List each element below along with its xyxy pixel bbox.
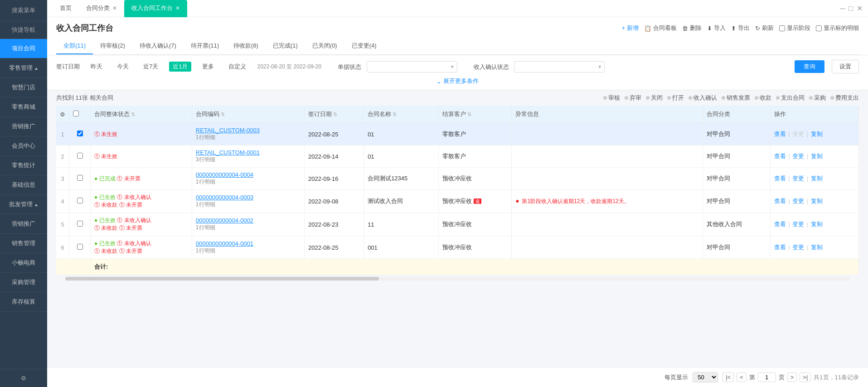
view-btn[interactable]: 查看 <box>774 175 786 182</box>
sidebar-item-wholesale-mgmt[interactable]: 批发管理 <box>0 195 47 214</box>
scroll-thumb[interactable] <box>65 277 379 281</box>
sidebar-item-retail-mall[interactable]: 零售商城 <box>0 97 47 117</box>
row-checkbox[interactable] <box>77 153 83 159</box>
contract-link[interactable]: 0000000000004-0004 <box>196 171 253 178</box>
sidebar-item-purchase-mgmt[interactable]: 采购管理 <box>0 273 47 292</box>
th-sign-date[interactable]: 签订日期 <box>305 106 364 123</box>
filter-tab-closed[interactable]: 已关闭(0) <box>305 38 344 54</box>
copy-btn[interactable]: 复制 <box>811 244 823 251</box>
sidebar-quick-nav[interactable]: 快捷导航 <box>0 21 47 39</box>
last-page-btn[interactable]: >| <box>800 372 811 382</box>
contract-board-button[interactable]: 📋 合同看板 <box>644 24 677 32</box>
edit-btn[interactable]: 变更 <box>792 244 804 251</box>
sidebar-settings[interactable]: ⚙ <box>0 369 47 387</box>
edit-btn[interactable]: 变更 <box>792 153 804 160</box>
sidebar-item-member-center[interactable]: 会员中心 <box>0 136 47 156</box>
edit-btn[interactable]: 变更 <box>792 198 804 204</box>
income-confirm-select[interactable] <box>514 61 605 73</box>
filter-tab-changed[interactable]: 已变更(4) <box>344 38 384 54</box>
date-btn-7days[interactable]: 近7天 <box>140 62 162 72</box>
contract-link[interactable]: 0000000000004-0002 <box>196 217 253 224</box>
collect-payment-btn[interactable]: 收款 <box>755 94 771 102</box>
th-contract-code[interactable]: 合同编码 <box>192 106 304 123</box>
sidebar-item-marketing2[interactable]: 营销推广 <box>0 214 47 234</box>
review-btn[interactable]: 审核 <box>603 94 620 102</box>
filter-tab-pending-income[interactable]: 待收入确认(7) <box>132 38 184 54</box>
tab-contract-category-close[interactable]: ✕ <box>112 5 117 11</box>
export-button[interactable]: ⬆ 导出 <box>731 24 750 32</box>
date-btn-yesterday[interactable]: 昨天 <box>87 62 106 72</box>
date-btn-more[interactable]: 更多 <box>199 62 218 72</box>
copy-btn[interactable]: 复制 <box>811 153 823 160</box>
edit-btn[interactable]: 变更 <box>792 221 804 227</box>
view-btn[interactable]: 查看 <box>774 131 786 137</box>
tab-home[interactable]: 首页 <box>53 0 79 17</box>
th-contract-name[interactable]: 合同名称 <box>364 106 439 123</box>
sidebar-item-project-contract[interactable]: 项目合同 <box>0 39 47 58</box>
close-btn[interactable]: ✕ <box>857 4 863 13</box>
sidebar-item-retail-stats[interactable]: 零售统计 <box>0 156 47 175</box>
contract-link[interactable]: 0000000000004-0001 <box>196 240 253 247</box>
row-checkbox[interactable] <box>77 131 83 136</box>
delete-button[interactable]: 🗑 删除 <box>682 24 702 32</box>
tab-income-contract-close[interactable]: ✕ <box>175 5 180 11</box>
query-button[interactable]: 查询 <box>795 60 824 73</box>
expand-conditions-btn[interactable]: ⌄ 展开更多条件 <box>436 77 479 85</box>
prev-page-btn[interactable]: < <box>737 372 747 382</box>
page-size-select[interactable]: 50 100 200 <box>693 372 718 382</box>
row-checkbox[interactable] <box>77 221 83 227</box>
setting-button[interactable]: 设置 <box>832 60 859 73</box>
show-detail-checkbox[interactable]: 显示标的明细 <box>816 24 859 32</box>
date-btn-custom[interactable]: 自定义 <box>225 62 250 72</box>
close-contract-btn[interactable]: 关闭 <box>646 94 663 102</box>
abandon-review-btn[interactable]: 弃审 <box>625 94 641 102</box>
expense-contract-btn[interactable]: 支出合同 <box>776 94 805 102</box>
filter-tab-pending-payment[interactable]: 待收款(8) <box>226 38 266 54</box>
date-btn-today[interactable]: 今天 <box>113 62 132 72</box>
minimize-btn[interactable]: ─ <box>840 5 845 13</box>
copy-btn[interactable]: 复制 <box>811 221 823 227</box>
filter-tab-pending-invoice[interactable]: 待开票(11) <box>184 38 226 54</box>
maximize-btn[interactable]: □ <box>849 5 853 13</box>
view-btn[interactable]: 查看 <box>774 244 786 251</box>
sidebar-item-retail-mgmt[interactable]: 零售管理 <box>0 58 47 78</box>
view-btn[interactable]: 查看 <box>774 198 786 204</box>
horizontal-scrollbar[interactable] <box>65 277 850 281</box>
refresh-button[interactable]: ↻ 刷新 <box>755 24 774 32</box>
purchase-btn[interactable]: 采购 <box>809 94 826 102</box>
select-all-checkbox[interactable] <box>73 111 79 116</box>
contract-link[interactable]: 0000000000004-0003 <box>196 194 253 201</box>
copy-btn[interactable]: 复制 <box>811 175 823 182</box>
page-input[interactable] <box>758 372 776 382</box>
th-customer[interactable]: 结算客户 <box>439 106 512 123</box>
sales-invoice-btn[interactable]: 销售发票 <box>722 94 750 102</box>
expense-btn[interactable]: 费用支出 <box>830 94 859 102</box>
edit-btn[interactable]: 变更 <box>792 175 804 182</box>
contract-link[interactable]: RETAIL_CUSTOM-0003 <box>196 127 260 134</box>
copy-btn[interactable]: 复制 <box>811 131 823 137</box>
tab-contract-category[interactable]: 合同分类 ✕ <box>79 0 124 17</box>
open-contract-btn[interactable]: 打开 <box>667 94 684 102</box>
contract-link[interactable]: RETAIL_CUSTOM-0001 <box>196 149 260 156</box>
row-checkbox[interactable] <box>77 244 83 250</box>
show-segment-checkbox[interactable]: 显示阶段 <box>779 24 810 32</box>
filter-tab-all[interactable]: 全部(11) <box>56 38 93 54</box>
view-btn[interactable]: 查看 <box>774 153 786 160</box>
th-overall-status[interactable]: 合同整体状态 <box>91 106 192 123</box>
income-confirm-btn[interactable]: 收入确认 <box>689 94 717 102</box>
filter-tab-completed[interactable]: 已完成(1) <box>266 38 305 54</box>
sidebar-search[interactable]: 搜索菜单 <box>0 0 47 21</box>
sidebar-item-smart-store[interactable]: 智慧门店 <box>0 78 47 97</box>
first-page-btn[interactable]: |< <box>723 372 734 382</box>
doc-status-select[interactable] <box>367 61 457 73</box>
add-button[interactable]: + 新增 <box>622 24 639 32</box>
sidebar-item-basic-info[interactable]: 基础信息 <box>0 175 47 195</box>
view-btn[interactable]: 查看 <box>774 221 786 227</box>
date-btn-1month[interactable]: 近1月 <box>169 62 191 72</box>
row-checkbox[interactable] <box>77 198 83 203</box>
tab-income-contract[interactable]: 收入合同工作台 ✕ <box>124 0 187 17</box>
sidebar-item-marketing[interactable]: 营销推广 <box>0 117 47 136</box>
import-button[interactable]: ⬇ 导入 <box>707 24 726 32</box>
row-checkbox[interactable] <box>77 175 83 181</box>
filter-tab-pending-review[interactable]: 待审核(2) <box>93 38 132 54</box>
